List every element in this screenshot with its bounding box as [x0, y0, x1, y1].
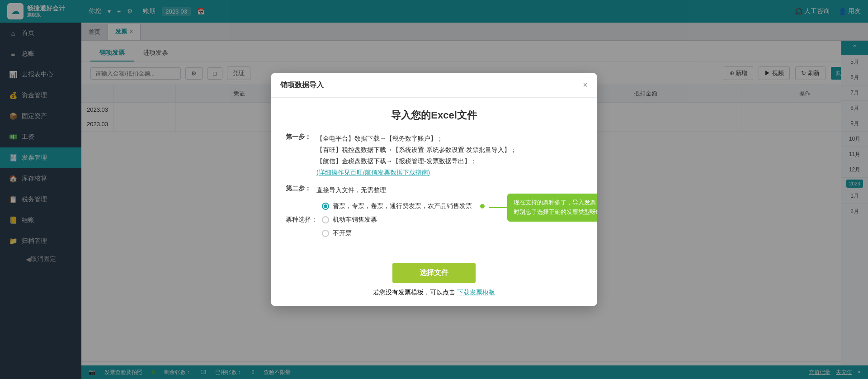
modal-close-button[interactable]: × [583, 81, 588, 90]
tooltip-line-container: × 现在支持的票种多了，导入发票时别忘了选择正确的发票类型呀! [489, 194, 597, 222]
modal-title: 销项数据导入 [280, 81, 324, 90]
modal-header: 销项数据导入 × [271, 73, 597, 98]
select-file-button[interactable]: 选择文件 [392, 263, 476, 283]
tooltip-dot [480, 204, 485, 208]
tooltip-bubble: × 现在支持的票种多了，导入发票时别忘了选择正确的发票类型呀! [507, 194, 597, 222]
modal-overlay[interactable]: 销项数据导入 × 导入您的Excel文件 第一步： 【全电平台】数据下载→【税务… [0, 0, 868, 379]
ticket-label: 票种选择： [286, 216, 317, 224]
ticket-option-motor[interactable]: 机动车销售发票 [322, 216, 485, 224]
radio-motor-circle [322, 216, 329, 223]
step1-line3: 【航信】金税盘数据下载→【报税管理-发票数据导出】； [316, 156, 517, 167]
step1-line1: 【全电平台】数据下载→【税务数字账户】； [316, 133, 517, 144]
ticket-option-motor-label: 机动车销售发票 [333, 216, 377, 224]
radio-normal-circle [322, 203, 329, 210]
ticket-radio-group: 普票，专票，卷票，通行费发票，农产品销售发票 × 现在支持的票种多了，导入发票时… [322, 202, 485, 237]
step2-content: 直接导入文件，无需整理 [316, 185, 386, 196]
tooltip-text: 现在支持的票种多了，导入发票时别忘了选择正确的发票类型呀! [514, 199, 597, 215]
modal-body: 导入您的Excel文件 第一步： 【全电平台】数据下载→【税务数字账户】； 【百… [271, 98, 597, 256]
ticket-option-none-label: 不开票 [333, 229, 352, 237]
footer-hint-row: 若您没有发票模板，可以点击 下载发票模板 [373, 289, 495, 297]
ticket-option-none[interactable]: 不开票 [322, 229, 485, 237]
ticket-option-normal-label: 普票，专票，卷票，通行费发票，农产品销售发票 [333, 202, 472, 210]
step1-row: 第一步： 【全电平台】数据下载→【税务数字账户】； 【百旺】税控盘数据下载→【系… [286, 133, 582, 179]
footer-hint: 若您没有发票模板，可以点击 [373, 289, 455, 296]
tooltip-line [489, 207, 507, 208]
ticket-option-normal[interactable]: 普票，专票，卷票，通行费发票，农产品销售发票 × 现在支持的票种多了，导入发票时… [322, 202, 485, 210]
step1-content: 【全电平台】数据下载→【税务数字账户】； 【百旺】税控盘数据下载→【系统设置-系… [316, 133, 517, 179]
step1-label: 第一步： [286, 133, 311, 179]
step1-line2: 【百旺】税控盘数据下载→【系统设置-系统参数设置-发票批量导入】； [316, 144, 517, 156]
modal: 销项数据导入 × 导入您的Excel文件 第一步： 【全电平台】数据下载→【税务… [271, 73, 597, 306]
download-template-link[interactable]: 下载发票模板 [457, 289, 495, 296]
modal-footer: 选择文件 若您没有发票模板，可以点击 下载发票模板 [271, 256, 597, 306]
step1-link[interactable]: (详细操作见百旺/航信发票数据下载指南) [316, 167, 517, 178]
radio-none-circle [322, 230, 329, 237]
modal-main-title: 导入您的Excel文件 [286, 109, 582, 122]
tooltip-wrapper: × 现在支持的票种多了，导入发票时别忘了选择正确的发票类型呀! [480, 203, 485, 210]
step2-label: 第二步： [286, 185, 311, 196]
ticket-type-row: 票种选择： 普票，专票，卷票，通行费发票，农产品销售发票 × [286, 202, 582, 237]
